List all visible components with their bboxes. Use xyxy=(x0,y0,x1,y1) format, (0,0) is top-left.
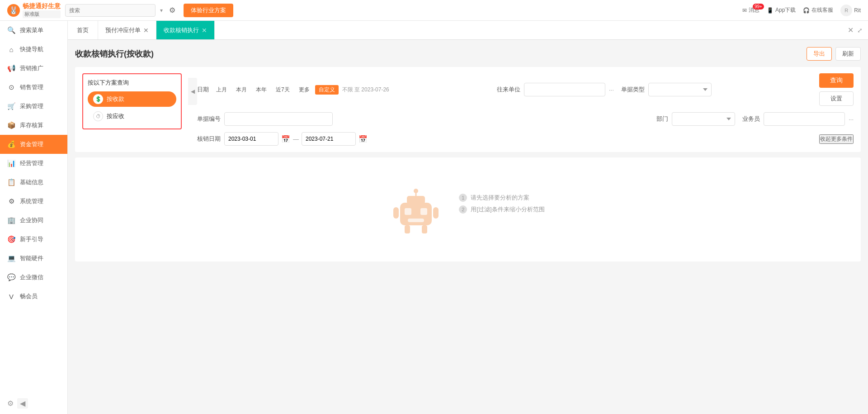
sidebar-item-quick-nav[interactable]: ⌂ 快捷导航 xyxy=(0,40,67,59)
sidebar-item-wechat[interactable]: 💬 企业微信 xyxy=(0,268,67,287)
page-actions: 导出 刷新 xyxy=(807,47,861,61)
verify-date-start-input[interactable] xyxy=(224,132,278,146)
online-service-button[interactable]: 🎧 在线客服 xyxy=(803,6,833,14)
scheme-by-receivable[interactable]: ⏱ 按应收 xyxy=(88,109,176,124)
empty-tip-1-label: 请先选择要分析的方案 xyxy=(471,194,529,202)
sidebar-item-sales[interactable]: ⊙ 销售管理 xyxy=(0,78,67,97)
date-this-month-button[interactable]: 本月 xyxy=(232,85,250,95)
filter-row-3: 核销日期 📅 — 📅 收起更多条件 xyxy=(197,132,854,146)
message-button[interactable]: ✉ 消息 99+ xyxy=(742,6,760,14)
message-badge: 99+ xyxy=(753,4,764,10)
sidebar-item-label: 畅会员 xyxy=(20,292,38,300)
date-last-month-button[interactable]: 上月 xyxy=(212,85,231,95)
sidebar-item-label: 搜索菜单 xyxy=(20,26,43,34)
date-separator: — xyxy=(293,136,299,143)
topbar-gear-icon[interactable]: ⚙ xyxy=(169,6,175,14)
sidebar-item-label: 经营管理 xyxy=(20,159,43,167)
sidebar-item-label: 企业协同 xyxy=(20,216,43,224)
query-button[interactable]: 查询 xyxy=(819,73,854,88)
tab-prepay[interactable]: 预付冲应付单 ✕ xyxy=(98,21,156,39)
logo-icon: 🐰 xyxy=(7,4,20,17)
top-bar: 🐰 畅捷通好生意 标准版 ▾ ⚙ 体验行业方案 ✉ 消息 99+ 📱 App下载… xyxy=(0,0,868,21)
app-logo: 🐰 畅捷通好生意 标准版 xyxy=(7,2,61,18)
counterpart-input[interactable] xyxy=(524,83,605,96)
sidebar-collapse-button[interactable]: ◀︎ xyxy=(17,398,28,409)
sidebar-item-label: 快捷导航 xyxy=(20,45,43,53)
date-custom-button[interactable]: 自定义 xyxy=(315,85,339,95)
verify-date-label: 核销日期 xyxy=(197,135,221,143)
salesperson-input[interactable] xyxy=(764,112,845,126)
tip-num-1: 1 xyxy=(459,194,467,202)
filter-fields: 日期 上月 本月 本年 近7天 更多 自定义 不限 至 2023-07-26 xyxy=(197,73,854,146)
setting-button[interactable]: 设置 xyxy=(819,91,854,106)
date-this-year-button[interactable]: 本年 xyxy=(252,85,270,95)
date-field: 日期 上月 本月 本年 近7天 更多 自定义 不限 至 2023-07-26 xyxy=(197,85,389,95)
svg-point-3 xyxy=(414,189,418,193)
tab-collect-close-icon[interactable]: ✕ xyxy=(202,27,207,34)
page-title: 收款核销执行(按收款) xyxy=(75,48,154,59)
tab-collect-label: 收款核销执行 xyxy=(164,26,199,34)
receivable-icon: ⏱ xyxy=(93,111,103,121)
salesperson-field: 业务员 ··· xyxy=(742,112,854,126)
tab-expand-icon[interactable]: ⤢ xyxy=(857,27,863,34)
salesperson-more-icon[interactable]: ··· xyxy=(849,116,854,123)
empty-tips: 1 请先选择要分析的方案 2 用[过滤]条件来缩小分析范围 xyxy=(459,185,544,214)
scheme-panel-collapse-button[interactable]: ◀ xyxy=(188,78,197,105)
sidebar-settings-icon[interactable]: ⚙ xyxy=(7,399,14,408)
export-button[interactable]: 导出 xyxy=(807,47,832,61)
sidebar-item-enterprise[interactable]: 🏢 企业协同 xyxy=(0,211,67,230)
sidebar-item-member[interactable]: V 畅会员 xyxy=(0,287,67,306)
voucher-type-select[interactable] xyxy=(648,83,712,96)
verify-date-start-calendar-icon[interactable]: 📅 xyxy=(281,135,290,143)
app-download-button[interactable]: 📱 App下载 xyxy=(767,6,796,14)
collapse-more-button[interactable]: 收起更多条件 xyxy=(819,134,854,144)
wechat-icon: 💬 xyxy=(7,273,15,281)
filter-row-2: 单据编号 部门 业务员 ··· xyxy=(197,112,854,126)
verify-date-end-calendar-icon[interactable]: 📅 xyxy=(359,135,368,143)
service-label: 在线客服 xyxy=(811,6,833,14)
date-last-7-days-button[interactable]: 近7天 xyxy=(272,85,293,95)
avatar: R xyxy=(840,5,852,16)
sidebar-item-finance[interactable]: 💰 资金管理 xyxy=(0,135,67,154)
sidebar-item-newbie[interactable]: 🎯 新手引导 xyxy=(0,230,67,249)
tab-home[interactable]: 首页 xyxy=(68,21,98,39)
dept-select[interactable] xyxy=(672,112,735,126)
search-dropdown-icon[interactable]: ▾ xyxy=(160,7,163,14)
hardware-icon: 💻 xyxy=(7,254,15,262)
tab-collect[interactable]: 收款核销执行 ✕ xyxy=(156,21,215,39)
sidebar-item-purchase[interactable]: 🛒 采购管理 xyxy=(0,97,67,116)
user-menu[interactable]: R Rit xyxy=(840,5,861,16)
date-more-button[interactable]: 更多 xyxy=(295,85,313,95)
sidebar-item-system[interactable]: ⚙ 系统管理 xyxy=(0,192,67,211)
query-scheme-panel: 按以下方案查询 💲 按收款 ⏱ 按应收 xyxy=(82,73,182,129)
purchase-icon: 🛒 xyxy=(7,102,15,110)
voucher-no-label: 单据编号 xyxy=(197,115,221,123)
sidebar-item-hardware[interactable]: 💻 智能硬件 xyxy=(0,249,67,268)
industry-solution-button[interactable]: 体验行业方案 xyxy=(184,4,233,17)
sidebar-item-label: 系统管理 xyxy=(20,197,43,205)
sidebar-item-inventory[interactable]: 📦 库存核算 xyxy=(0,116,67,135)
scheme-by-receipt[interactable]: 💲 按收款 xyxy=(88,91,176,107)
headset-icon: 🎧 xyxy=(803,7,810,14)
sidebar-item-label: 新手引导 xyxy=(20,235,43,243)
base-icon: 📋 xyxy=(7,178,15,186)
svg-rect-5 xyxy=(420,208,427,215)
svg-rect-7 xyxy=(393,207,399,219)
tab-prepay-close-icon[interactable]: ✕ xyxy=(143,27,149,34)
verify-date-end-input[interactable] xyxy=(302,132,356,146)
filter-row-1: 日期 上月 本月 本年 近7天 更多 自定义 不限 至 2023-07-26 xyxy=(197,73,854,106)
phone-icon: 📱 xyxy=(767,7,774,14)
sidebar-item-operations[interactable]: 📊 经营管理 xyxy=(0,154,67,173)
sidebar-item-marketing[interactable]: 📢 营销推广 xyxy=(0,59,67,78)
voucher-type-label: 单据类型 xyxy=(621,86,645,94)
sidebar-item-search-menu[interactable]: 🔍 搜索菜单 xyxy=(0,21,67,40)
refresh-button[interactable]: 刷新 xyxy=(835,47,861,61)
counterpart-more-icon[interactable]: ··· xyxy=(609,86,614,93)
svg-rect-6 xyxy=(408,219,424,222)
search-input[interactable] xyxy=(65,4,156,17)
sidebar-item-base[interactable]: 📋 基础信息 xyxy=(0,173,67,192)
voucher-no-input[interactable] xyxy=(224,112,333,126)
marketing-icon: 📢 xyxy=(7,64,15,72)
tab-close-all-icon[interactable]: ✕ xyxy=(848,26,854,34)
empty-robot-icon xyxy=(391,185,441,234)
